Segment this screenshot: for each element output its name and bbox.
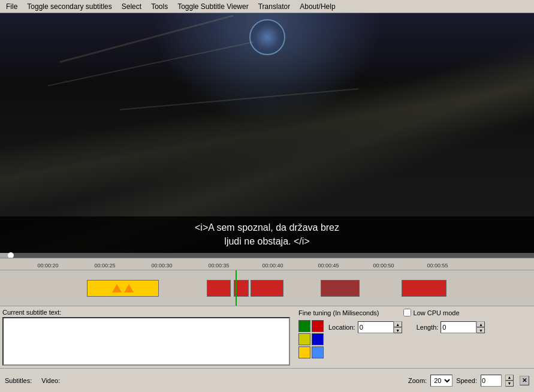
video-label: Video: — [41, 377, 60, 384]
length-label: Length: — [417, 324, 439, 331]
subtitle-text-section: Current subtitle text: — [2, 309, 290, 366]
status-bar: Subtitles: Video: Zoom: 20 40 10 5 Speed… — [0, 368, 534, 392]
timeline-ruler: 00:00:20 00:00:25 00:00:30 00:00:35 00:0… — [0, 258, 534, 270]
color-btn-red[interactable] — [312, 320, 324, 332]
low-cpu-label: Low CPU mode — [414, 309, 460, 316]
bottom-top: Current subtitle text: Fine tuning (In M… — [0, 306, 534, 368]
low-cpu-checkbox[interactable] — [403, 309, 411, 316]
length-input-wrap: ▲ ▼ — [441, 321, 485, 333]
location-input[interactable] — [358, 321, 394, 333]
speed-input[interactable] — [481, 375, 502, 387]
fine-tuning-header: Fine tuning (In Miliseconds) Low CPU mod… — [298, 309, 532, 316]
length-spin-up[interactable]: ▲ — [476, 321, 485, 327]
location-spinner: ▲ ▼ — [394, 321, 402, 333]
subtitle-block-darkred-1[interactable] — [321, 280, 360, 297]
subtitles-label: Subtitles: — [5, 377, 32, 384]
timeline-area[interactable]: 00:00:20 00:00:25 00:00:30 00:00:35 00:0… — [0, 258, 534, 306]
subtitle-block-red-3[interactable] — [251, 280, 283, 297]
zoom-section: Zoom: 20 40 10 5 Speed: ▲ ▼ ✕ — [408, 375, 529, 387]
timeline-tracks[interactable] — [0, 270, 534, 306]
fine-tuning-section: Fine tuning (In Miliseconds) Low CPU mod… — [294, 309, 532, 366]
color-btn-gold[interactable] — [298, 346, 310, 358]
time-marker-25: 00:00:25 — [94, 263, 115, 269]
subtitle-block-red-4[interactable] — [402, 280, 446, 297]
menu-select[interactable]: Select — [117, 0, 146, 13]
menu-toggle-secondary[interactable]: Toggle secondary subtitles — [22, 0, 116, 13]
color-btn-blue[interactable] — [312, 333, 324, 345]
subtitle-line2: ljudi ne obstaja. </i> — [5, 235, 529, 248]
warning-icon-2 — [124, 284, 134, 293]
warning-icon-1 — [112, 284, 122, 293]
subtitle-block-red-1[interactable] — [207, 280, 231, 297]
zoom-select[interactable]: 20 40 10 5 — [430, 375, 452, 387]
progress-bar[interactable] — [0, 253, 534, 258]
color-btn-lightblue[interactable] — [312, 346, 324, 358]
subtitle-block-yellow-1[interactable] — [87, 280, 159, 297]
subtitle-textarea[interactable] — [2, 317, 290, 366]
subtitle-text-label: Current subtitle text: — [2, 309, 290, 316]
length-spinner: ▲ ▼ — [476, 321, 485, 333]
menu-toggle-viewer[interactable]: Toggle Subtitle Viewer — [173, 0, 254, 13]
length-spin-down[interactable]: ▼ — [476, 327, 485, 333]
menu-about[interactable]: About/Help — [295, 0, 340, 13]
time-marker-55: 00:00:55 — [427, 263, 448, 269]
bottom-panel: Current subtitle text: Fine tuning (In M… — [0, 306, 534, 392]
color-btn-yellow[interactable] — [298, 333, 310, 345]
video-area: <i>A sem spoznal, da država brez ljudi n… — [0, 13, 534, 253]
fine-tuning-label: Fine tuning (In Miliseconds) — [298, 309, 379, 316]
speed-spinner: ▲ ▼ — [505, 375, 514, 387]
time-marker-35: 00:00:35 — [208, 263, 229, 269]
playhead — [236, 270, 237, 306]
speed-spin-down[interactable]: ▼ — [505, 381, 514, 387]
speed-spin-up[interactable]: ▲ — [505, 375, 514, 381]
zoom-label: Zoom: — [408, 377, 427, 384]
subtitle-overlay: <i>A sem spoznal, da država brez ljudi n… — [0, 216, 534, 253]
menu-tools[interactable]: Tools — [146, 0, 173, 13]
video-content: <i>A sem spoznal, da država brez ljudi n… — [0, 13, 534, 253]
time-marker-40: 00:00:40 — [262, 263, 283, 269]
location-spin-up[interactable]: ▲ — [394, 321, 402, 327]
location-spin-down[interactable]: ▼ — [394, 327, 402, 333]
color-btn-green[interactable] — [298, 320, 310, 332]
length-field: Length: ▲ ▼ — [417, 321, 485, 333]
menubar: File Toggle secondary subtitles Select T… — [0, 0, 534, 13]
subtitles-info: Subtitles: — [5, 377, 32, 384]
close-button[interactable]: ✕ — [520, 376, 529, 385]
location-input-wrap: ▲ ▼ — [358, 321, 402, 333]
length-input[interactable] — [441, 321, 476, 333]
time-marker-50: 00:00:50 — [373, 263, 394, 269]
video-logo — [249, 19, 285, 55]
time-marker-30: 00:00:30 — [151, 263, 172, 269]
time-marker-45: 00:00:45 — [318, 263, 339, 269]
video-info: Video: — [41, 377, 60, 384]
color-buttons — [298, 320, 324, 358]
fine-tuning-inputs: Location: ▲ ▼ Length: — [328, 321, 485, 333]
low-cpu-section: Low CPU mode — [403, 309, 460, 316]
location-field: Location: ▲ ▼ — [328, 321, 402, 333]
location-label: Location: — [328, 324, 355, 331]
speed-label: Speed: — [456, 377, 477, 384]
subtitle-line1: <i>A sem spoznal, da država brez — [5, 221, 529, 234]
time-marker-20: 00:00:20 — [37, 263, 58, 269]
menu-file[interactable]: File — [1, 0, 22, 13]
menu-translator[interactable]: Translator — [254, 0, 295, 13]
